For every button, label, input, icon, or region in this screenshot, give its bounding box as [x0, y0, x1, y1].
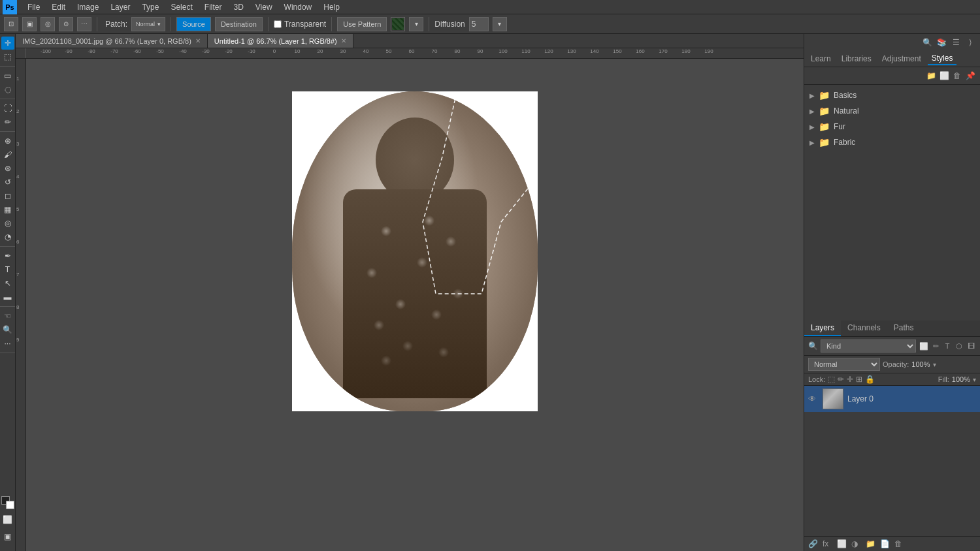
group-icon[interactable]: 📁 [866, 539, 877, 548]
style-group-basics[interactable]: ▶ 📁 Basics [804, 87, 980, 103]
tab-img-close[interactable]: ✕ [195, 37, 201, 44]
filter-pixel-icon[interactable]: ⬜ [919, 341, 929, 351]
filter-type-icon[interactable]: T [942, 341, 953, 351]
menu-view[interactable]: View [250, 1, 278, 13]
tool-more-icon[interactable]: ⋯ [77, 17, 91, 31]
tab-learn[interactable]: Learn [807, 53, 835, 65]
layer-item-0[interactable]: 👁 Layer 0 [804, 386, 980, 412]
path-select-tool[interactable]: ↖ [1, 277, 14, 290]
layer-visibility-icon[interactable]: 👁 [808, 394, 819, 403]
move-tool[interactable]: ✛ [1, 37, 14, 50]
style-group-fabric[interactable]: ▶ 📁 Fabric [804, 134, 980, 150]
style-group-fur[interactable]: ▶ 📁 Fur [804, 119, 980, 134]
shape-tool[interactable]: ▬ [1, 291, 14, 304]
chevron-right-icon: ▶ [809, 139, 815, 146]
tab-img[interactable]: IMG_20201108_0001.jpg @ 66.7% (Layer 0, … [16, 34, 208, 48]
filter-adjust-icon[interactable]: ✏ [930, 341, 941, 351]
tab-libraries[interactable]: Libraries [838, 53, 875, 65]
polka-dots [343, 189, 487, 398]
brush-tool[interactable]: 🖌 [1, 148, 14, 161]
menu-layer[interactable]: Layer [105, 1, 135, 13]
layers-bottom-bar: 🔗 fx ⬜ ◑ 📁 📄 🗑 [804, 536, 980, 551]
tab-untitled-close[interactable]: ✕ [341, 37, 346, 44]
folder-icon[interactable]: 📁 [925, 70, 937, 82]
menu-help[interactable]: Help [318, 1, 345, 13]
diffusion-input[interactable] [469, 17, 489, 31]
add-layer-icon[interactable]: ⬜ [938, 70, 950, 82]
menu-window[interactable]: Window [279, 1, 318, 13]
more-tools[interactable]: ··· [1, 337, 14, 350]
tool-col-icon[interactable]: ⊙ [59, 17, 73, 31]
tool-lasso-icon[interactable]: ◎ [41, 17, 55, 31]
spot-heal-tool[interactable]: ⊕ [1, 134, 14, 148]
lock-artboard-icon[interactable]: ⊞ [856, 375, 862, 384]
quick-mask-mode[interactable]: ⬜ [1, 513, 14, 526]
pen-tool[interactable]: ✒ [1, 249, 14, 262]
source-button[interactable]: Source [176, 17, 211, 31]
collapse-panel-icon[interactable]: ⟩ [964, 37, 976, 48]
lock-pixels-icon[interactable]: ✏ [838, 375, 844, 384]
link-layers-icon[interactable]: 🔗 [808, 539, 820, 548]
artboard-tool[interactable]: ⬚ [1, 50, 14, 63]
kind-dropdown[interactable]: Kind [821, 339, 916, 353]
screen-mode[interactable]: ▣ [1, 530, 14, 543]
ruler-tick: 60 [409, 48, 415, 54]
search-icon[interactable]: 🔍 [921, 37, 933, 48]
delete-layer-icon[interactable]: 🗑 [894, 539, 906, 548]
blend-mode-dropdown[interactable]: Normal [808, 358, 880, 371]
gradient-tool[interactable]: ▦ [1, 203, 14, 216]
zoom-tool[interactable]: 🔍 [1, 323, 14, 336]
stamp-tool[interactable]: ⊛ [1, 162, 14, 175]
libraries-icon[interactable]: 📚 [936, 37, 947, 48]
diffusion-arrow[interactable]: ▾ [493, 17, 507, 31]
eyedropper-tool[interactable]: ✏ [1, 116, 14, 129]
tab-styles[interactable]: Styles [928, 52, 957, 65]
sep4 [331, 17, 332, 31]
adjustment-icon[interactable]: ◑ [851, 539, 863, 548]
menu-3d[interactable]: 3D [228, 1, 248, 13]
menu-filter[interactable]: Filter [199, 1, 227, 13]
blur-tool[interactable]: ◎ [1, 217, 14, 230]
use-pattern-button[interactable]: Use Pattern [337, 17, 387, 31]
tab-layers[interactable]: Layers [804, 321, 841, 336]
tab-untitled[interactable]: Untitled-1 @ 66.7% (Layer 1, RGB/8#) ✕ [208, 34, 353, 48]
lock-transparent-icon[interactable]: ⬚ [828, 375, 835, 384]
style-group-natural[interactable]: ▶ 📁 Natural [804, 103, 980, 119]
type-tool[interactable]: T [1, 263, 14, 276]
filter-smart-icon[interactable]: 🎞 [966, 341, 976, 351]
pattern-preview[interactable] [391, 17, 405, 31]
lock-all-icon[interactable]: 🔒 [865, 375, 875, 384]
hand-tool[interactable]: ☜ [1, 309, 14, 323]
delete-icon[interactable]: 🗑 [951, 70, 963, 82]
pattern-dropdown-arrow[interactable]: ▾ [409, 17, 423, 31]
layer-fx-icon[interactable]: fx [823, 539, 834, 548]
filter-shape-icon[interactable]: ⬡ [954, 341, 964, 351]
lock-position-icon[interactable]: ✛ [847, 375, 853, 384]
pin-icon[interactable]: 📌 [964, 70, 976, 82]
layers-tabs: Layers Channels Paths [804, 321, 980, 337]
menu-type[interactable]: Type [137, 1, 164, 13]
patch-mode-dropdown[interactable]: Normal ▾ [131, 17, 165, 31]
marquee-tool[interactable]: ▭ [1, 69, 14, 82]
adjust-icon[interactable]: ☰ [950, 37, 962, 48]
lasso-tool[interactable]: ◌ [1, 83, 14, 96]
mask-icon[interactable]: ⬜ [837, 539, 849, 548]
destination-button[interactable]: Destination [215, 17, 263, 31]
history-tool[interactable]: ↺ [1, 176, 14, 189]
menu-file[interactable]: File [22, 1, 45, 13]
eraser-tool[interactable]: ◻ [1, 189, 14, 202]
new-layer-icon[interactable]: 📄 [880, 539, 892, 548]
tab-channels[interactable]: Channels [841, 321, 887, 336]
dodge-tool[interactable]: ◔ [1, 230, 14, 244]
menu-image[interactable]: Image [72, 1, 104, 13]
transparent-checkbox[interactable] [274, 20, 282, 28]
menu-select[interactable]: Select [165, 1, 197, 13]
tab-adjustment[interactable]: Adjustment [878, 53, 925, 65]
patch-icon[interactable]: ⊡ [4, 17, 18, 31]
ruler-tick: 80 [455, 48, 461, 54]
foreground-background-colors[interactable] [1, 496, 14, 509]
tab-paths[interactable]: Paths [887, 321, 921, 336]
crop-tool[interactable]: ⛶ [1, 102, 14, 115]
tool-rect-icon[interactable]: ▣ [22, 17, 37, 31]
menu-edit[interactable]: Edit [46, 1, 71, 13]
